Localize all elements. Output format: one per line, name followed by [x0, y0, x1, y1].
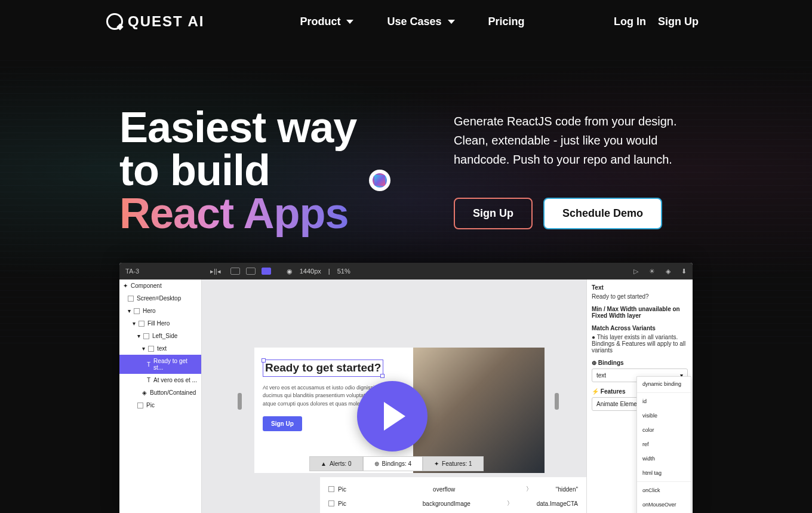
app-toolbar: TA-3 ▸||◂ ◉ 1440px | 51% ▷ ☀ ◈ ⬇: [119, 263, 693, 279]
binding-row[interactable]: Pic overflow 〉 "hidden": [320, 482, 586, 496]
quest-badge-icon: [369, 170, 390, 191]
play-icon[interactable]: ▷: [633, 268, 638, 275]
nav-product[interactable]: Product: [300, 16, 353, 28]
binding-dropdown: dynamic binding id visible color ref wid…: [636, 376, 691, 513]
features-icon: ✦: [434, 460, 439, 467]
target-icon[interactable]: ◉: [287, 268, 293, 275]
binding-row[interactable]: Pic backgroundImage 〉 data.ImageCTA: [320, 496, 586, 511]
schedule-demo-button[interactable]: Schedule Demo: [543, 198, 662, 229]
nav-pricing[interactable]: Pricing: [488, 16, 525, 28]
chevron-down-icon: [346, 20, 353, 24]
dd-onmouseover[interactable]: onMouseOver: [637, 497, 691, 512]
dd-width[interactable]: width: [637, 451, 691, 466]
hero-line2: to build: [119, 146, 270, 194]
prop-match-detail2: Bindings & Features will apply to all va…: [592, 340, 688, 354]
dd-id[interactable]: id: [637, 394, 691, 408]
frame-icon: [134, 308, 140, 314]
canvas-image: [413, 348, 545, 473]
alert-icon: ▲: [321, 460, 327, 467]
dd-onclick[interactable]: onClick: [637, 483, 691, 497]
resize-handle-right[interactable]: [555, 393, 559, 410]
frame-icon: [137, 403, 143, 408]
hero-subtitle: Generate ReactJS code from your design. …: [454, 112, 693, 169]
inspector-tabs: ▲Alerts: 0 ⊕Bindings: 4 ✦Features: 1: [309, 456, 484, 471]
tab-bindings[interactable]: ⊕Bindings: 4: [363, 456, 423, 471]
filename: TA-3: [125, 268, 203, 275]
main-nav: Product Use Cases Pricing: [300, 16, 524, 28]
download-icon[interactable]: ⬇: [681, 268, 687, 275]
play-icon: [384, 402, 405, 431]
canvas-title-selected[interactable]: Ready to get started?: [263, 360, 383, 377]
text-icon: T: [147, 361, 150, 368]
layer-component[interactable]: ✦Component: [119, 279, 201, 292]
frame-icon: [148, 346, 154, 352]
video-play-button[interactable]: [357, 381, 427, 451]
desktop-device-icon[interactable]: [262, 268, 271, 275]
dd-color[interactable]: color: [637, 423, 691, 437]
layer-ready-selected[interactable]: TReady to get st...: [119, 355, 201, 374]
prop-text-value: Ready to get started?: [592, 293, 688, 300]
layer-atvero[interactable]: TAt vero eos et ...: [119, 374, 201, 386]
layers-panel: ✦Component Screen=Desktop ▾Hero ▾Fill He…: [119, 279, 202, 513]
frame-icon: [128, 296, 134, 302]
hero-section: Easiest way to build React Apps Generate…: [0, 43, 812, 235]
layer-screen[interactable]: Screen=Desktop: [119, 292, 201, 305]
resize-handle-left[interactable]: [238, 393, 242, 410]
properties-panel: Text Ready to get started? Min / Max Wid…: [586, 279, 693, 513]
brightness-icon[interactable]: ☀: [649, 268, 655, 275]
auth-links: Log In Sign Up: [614, 16, 699, 28]
dd-ref[interactable]: ref: [637, 437, 691, 451]
mobile-device-icon[interactable]: [230, 268, 240, 275]
frame-icon: [328, 486, 334, 492]
prop-minmax: Min / Max Width unavailable on Fixed Wid…: [592, 306, 688, 319]
bindings-grid: Pic overflow 〉 "hidden" Pic backgroundIm…: [320, 477, 586, 513]
signup-button[interactable]: Sign Up: [454, 198, 533, 229]
signup-link[interactable]: Sign Up: [658, 16, 699, 28]
layer-button[interactable]: ◈Button/Contained: [119, 386, 201, 399]
dd-dynamic[interactable]: dynamic binding: [637, 377, 691, 391]
logo[interactable]: QUEST AI: [106, 13, 204, 30]
chevron-down-icon: [448, 20, 455, 24]
frame-icon: [328, 500, 334, 506]
viewport-width: 1440px: [300, 268, 321, 275]
prop-match-label: Match Across Variants: [592, 325, 688, 331]
tab-features[interactable]: ✦Features: 1: [423, 456, 484, 471]
diamond-icon: ◈: [142, 389, 147, 396]
logo-icon: [106, 13, 123, 30]
frame-icon: [143, 333, 149, 339]
prop-text-label: Text: [592, 284, 688, 291]
layer-fillhero[interactable]: ▾Fill Hero: [119, 317, 201, 330]
site-header: QUEST AI Product Use Cases Pricing Log I…: [0, 0, 812, 43]
hero-line3: React Apps: [119, 189, 348, 237]
nav-pricing-label: Pricing: [488, 16, 525, 28]
tablet-device-icon[interactable]: [246, 268, 256, 275]
brand-text: QUEST AI: [128, 13, 204, 30]
hero-line1: Easiest way: [119, 103, 356, 151]
tab-alerts[interactable]: ▲Alerts: 0: [309, 456, 363, 471]
diamond-icon[interactable]: ◈: [666, 268, 670, 275]
bindings-section-label: ⊕ Bindings: [592, 360, 688, 366]
text-icon: T: [147, 377, 150, 383]
canvas-signup-button[interactable]: Sign Up: [263, 416, 302, 431]
layer-hero[interactable]: ▾Hero: [119, 305, 201, 317]
zoom-level: 51%: [337, 268, 350, 275]
component-icon: ✦: [123, 282, 128, 289]
canvas[interactable]: Ready to get started? At vero eos et acc…: [202, 279, 586, 513]
dd-htmltag[interactable]: html tag: [637, 466, 691, 480]
dd-visible[interactable]: visible: [637, 408, 691, 423]
layer-text[interactable]: ▾text: [119, 342, 201, 355]
bindings-icon: ⊕: [592, 360, 596, 366]
layer-leftside[interactable]: ▾Left_Side: [119, 330, 201, 342]
binding-row[interactable]: TReady to get started? text 〉 fns.getTit…: [320, 511, 586, 513]
collapse-icon[interactable]: ▸||◂: [210, 268, 221, 275]
hero-title: Easiest way to build React Apps: [119, 106, 382, 235]
layer-pic[interactable]: Pic: [119, 399, 201, 411]
login-link[interactable]: Log In: [614, 16, 646, 28]
bolt-icon: ⚡: [592, 388, 599, 395]
check-icon: ●: [592, 334, 595, 340]
prop-match-detail: ● This layer exists in all variants.: [592, 334, 688, 340]
app-preview: TA-3 ▸||◂ ◉ 1440px | 51% ▷ ☀ ◈ ⬇ ✦Compon…: [119, 263, 693, 513]
nav-product-label: Product: [300, 16, 340, 28]
frame-icon: [139, 321, 144, 327]
nav-usecases[interactable]: Use Cases: [387, 16, 454, 28]
